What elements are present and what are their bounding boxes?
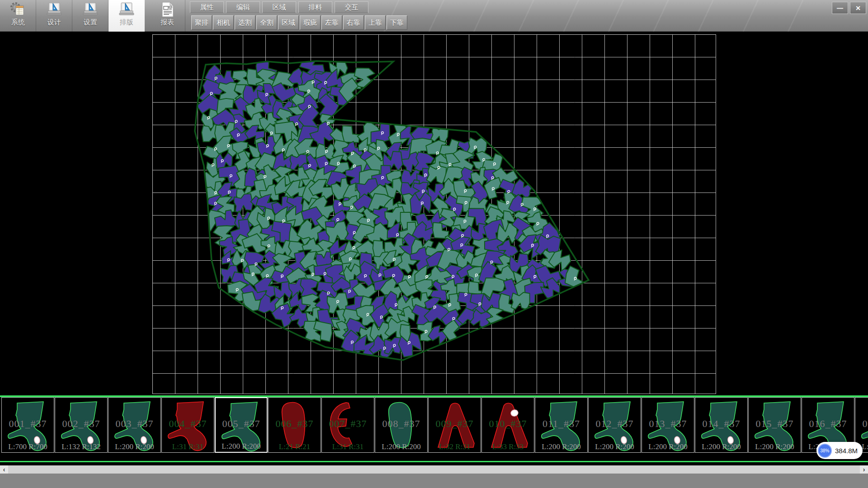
system-button-label: 系统	[11, 18, 25, 27]
report-button[interactable]: 报表	[149, 0, 185, 32]
scroll-left-arrow-icon[interactable]: ‹	[0, 465, 8, 474]
tool-buttons-row: 聚排相机选割全割区域瑕疵左靠右靠上靠下靠	[191, 15, 407, 30]
piece-thumbnail-007_#37[interactable]: 007_#37L:31 R:31	[321, 397, 374, 453]
menu-tab-2[interactable]: 编辑	[226, 1, 260, 13]
report-button-label: 报表	[160, 18, 174, 27]
system-button[interactable]: 系统	[0, 0, 36, 32]
piece-lr-count-label: L:200 R:200	[216, 442, 267, 451]
piece-lr-count-label: L:200 R:200	[749, 442, 801, 451]
system-icon	[9, 1, 27, 18]
nesting-button-label: 排版	[120, 18, 133, 27]
progress-percent-badge: 38%	[818, 444, 832, 458]
settings-button[interactable]: 设置	[72, 0, 108, 32]
tool-button-4[interactable]: 全割	[256, 15, 277, 30]
minimize-button[interactable]: —	[832, 2, 848, 14]
piece-id-label: 015_#37	[749, 418, 801, 430]
close-button[interactable]: ✕	[850, 2, 866, 14]
memory-progress-widget[interactable]: 38% 384.8M	[816, 442, 863, 459]
report-icon	[159, 1, 176, 18]
piece-lr-count-label: L:32 R:31	[429, 442, 481, 451]
bottom-status-strip	[0, 474, 868, 488]
piece-thumbnail-015_#37[interactable]: 015_#37L:200 R:200	[748, 397, 801, 453]
tool-button-6[interactable]: 瑕疵	[300, 15, 321, 30]
memory-usage-label: 384.8M	[835, 447, 858, 455]
piece-thumbnail-002_#37[interactable]: 002_#37L:132 R:132	[55, 397, 108, 453]
settings-icon	[82, 1, 99, 18]
piece-thumbnail-009_#37[interactable]: 009_#37L:32 R:31	[428, 397, 481, 453]
piece-id-label: 003_#37	[108, 418, 160, 430]
window-controls: — ✕	[832, 2, 866, 14]
piece-thumbnail-004_#37[interactable]: 004_#37L:31 R:31	[161, 397, 214, 453]
piece-id-label: 002_#37	[55, 418, 107, 430]
piece-lr-count-label: L:200 R:200	[642, 442, 694, 451]
piece-thumbnail-010_#37[interactable]: 010_#37L:33 R:33	[481, 397, 534, 453]
piece-thumbnail-014_#37[interactable]: 014_#37L:200 R:200	[695, 397, 748, 453]
design-button[interactable]: 设计	[36, 0, 72, 32]
piece-thumbnail-011_#37[interactable]: 011_#37L:200 R:200	[535, 397, 588, 453]
piece-id-label: 009_#37	[429, 418, 481, 430]
tool-button-8[interactable]: 右靠	[343, 15, 364, 30]
design-button-label: 设计	[47, 18, 61, 27]
piece-id-label: 010_#37	[482, 418, 534, 430]
piece-thumbnail-003_#37[interactable]: 003_#37L:200 R:200	[108, 397, 161, 453]
piece-thumbnail-008_#37[interactable]: 008_#37L:200 R:200	[375, 397, 428, 453]
piece-id-label: 013_#37	[642, 418, 694, 430]
piece-thumbnail-005_#37[interactable]: 005_#37L:200 R:200	[215, 397, 268, 453]
nesting-icon	[118, 1, 135, 18]
nesting-button-active[interactable]: 排版	[108, 0, 145, 32]
piece-lr-count-label: L:31 R:31	[322, 442, 374, 451]
piece-lr-count-label: L:33 R:33	[482, 442, 534, 451]
menu-tab-3[interactable]: 区域	[262, 1, 296, 13]
menu-tab-5[interactable]: 交互	[335, 1, 368, 13]
piece-id-label: 005_#37	[216, 418, 267, 430]
piece-id-label: 011_#37	[535, 418, 587, 430]
piece-lr-count-label: L:21 R:21	[269, 442, 321, 451]
tool-button-3[interactable]: 选割	[235, 15, 255, 30]
tool-button-9[interactable]: 上靠	[365, 15, 386, 30]
piece-id-label: 016_#37	[802, 418, 854, 430]
tool-button-7[interactable]: 左靠	[321, 15, 342, 30]
piece-lr-count-label: L:200 R:200	[695, 442, 747, 451]
piece-lr-count-label: L:700 R:700	[2, 442, 54, 451]
piece-thumbnail-012_#37[interactable]: 012_#37L:200 R:200	[588, 397, 641, 453]
piece-lr-count-label: L:132 R:132	[55, 442, 107, 451]
menu-tabs: 属性编辑区域排料交互	[190, 1, 368, 13]
piece-id-label: 001_#37	[2, 418, 54, 430]
piece-lr-count-label: L:200 R:200	[535, 442, 587, 451]
design-icon	[46, 1, 63, 18]
menu-tab-4[interactable]: 排料	[298, 1, 332, 13]
app-window: 系统 设计	[0, 0, 868, 488]
settings-button-label: 设置	[84, 18, 97, 27]
piece-id-label: 007_#37	[322, 418, 374, 430]
nesting-workspace-canvas[interactable]	[0, 32, 868, 395]
horizontal-scrollbar[interactable]: ‹ ›	[0, 465, 868, 474]
piece-lr-count-label: L:200 R:200	[108, 442, 160, 451]
menu-tab-1[interactable]: 属性	[190, 1, 224, 13]
piece-id-label: 017_#37	[855, 418, 868, 430]
tool-button-5[interactable]: 区域	[278, 15, 299, 30]
piece-thumbnail-strip: 001_#37L:700 R:700002_#37L:132 R:132003_…	[0, 395, 868, 463]
piece-lr-count-label: L:200 R:200	[375, 442, 427, 451]
piece-lr-count-label: L:200 R:200	[589, 442, 641, 451]
tool-button-10[interactable]: 下靠	[387, 15, 407, 30]
scroll-right-arrow-icon[interactable]: ›	[860, 465, 868, 474]
piece-thumbnail-013_#37[interactable]: 013_#37L:200 R:200	[642, 397, 694, 453]
piece-id-label: 004_#37	[162, 418, 214, 430]
top-toolbar: 系统 设计	[0, 0, 868, 32]
piece-lr-count-label: L:31 R:31	[162, 442, 214, 451]
tool-button-1[interactable]: 聚排	[191, 15, 212, 30]
piece-thumbnail-001_#37[interactable]: 001_#37L:700 R:700	[1, 397, 54, 453]
piece-id-label: 006_#37	[269, 418, 321, 430]
piece-id-label: 014_#37	[695, 418, 747, 430]
toolbar-streaks-decor	[371, 0, 823, 32]
strip-accent-line-bottom	[0, 461, 868, 462]
thumbnail-cells: 001_#37L:700 R:700002_#37L:132 R:132003_…	[1, 397, 868, 453]
piece-id-label: 008_#37	[375, 418, 427, 430]
tool-button-2[interactable]: 相机	[213, 15, 234, 30]
piece-thumbnail-006_#37[interactable]: 006_#37L:21 R:21	[268, 397, 321, 453]
piece-id-label: 012_#37	[589, 418, 641, 430]
